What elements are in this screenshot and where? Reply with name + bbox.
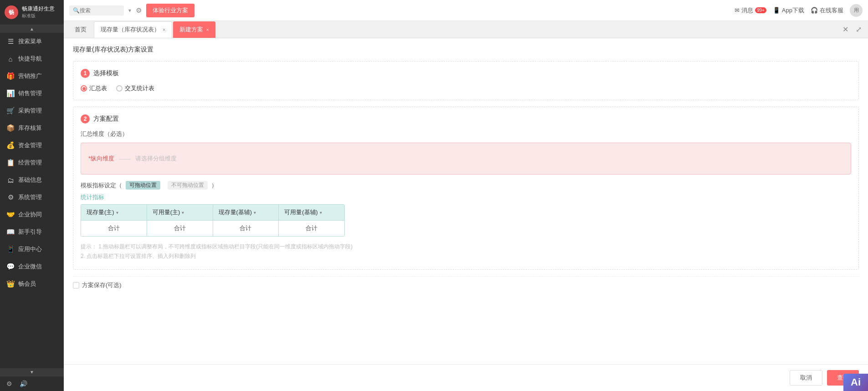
cancel-button[interactable]: 取消 xyxy=(790,370,822,386)
sidebar-label-enterprise: 企业协同 xyxy=(18,211,42,219)
user-avatar[interactable]: 用 xyxy=(850,4,863,17)
template-option-summary[interactable]: 汇总表 xyxy=(81,84,107,93)
sidebar-item-wechat[interactable]: 💬企业微信 xyxy=(0,258,64,275)
stat-col-3[interactable]: 可用量(基辅)▾ xyxy=(279,205,344,220)
sidebar-item-purchase[interactable]: 🛒采购管理 xyxy=(0,102,64,119)
sidebar-icon-wechat: 💬 xyxy=(6,262,15,271)
save-checkbox[interactable] xyxy=(73,282,79,288)
dimension-area[interactable]: *纵向维度 —— 请选择分组维度 xyxy=(81,143,851,175)
save-area: 方案保存(可选) xyxy=(73,276,859,294)
radio-label-summary: 汇总表 xyxy=(89,84,107,93)
sidebar-item-finance[interactable]: 💰资金管理 xyxy=(0,137,64,154)
radio-label-cross: 交叉统计表 xyxy=(125,84,154,93)
sidebar-item-inventory[interactable]: 📦库存核算 xyxy=(0,119,64,137)
sidebar: 畅 畅康通好生意 标准版 ▲ ☰搜索菜单⌂快捷导航🎁营销推广📊销售管理🛒采购管理… xyxy=(0,0,64,391)
sidebar-icon-newbie: 📖 xyxy=(6,228,15,236)
template-option-cross[interactable]: 交叉统计表 xyxy=(116,84,154,93)
sidebar-header: 畅 畅康通好生意 标准版 xyxy=(0,0,64,25)
tip-text: 提示： 1.拖动标题栏可以调整布局，不可跨维度或指标区域拖动栏目字段(只能在同一… xyxy=(81,243,851,251)
indicator-settings-label: 模板指标设定（ xyxy=(81,181,122,190)
content-area: 现存量(库存状况表)方案设置 1 选择模板 汇总表交叉统计表 2 方案配置 汇总… xyxy=(64,38,868,364)
sidebar-label-basic-info: 基础信息 xyxy=(18,176,42,184)
search-icon: 🔍 xyxy=(73,7,80,14)
sidebar-icon-system: ⚙ xyxy=(6,193,15,201)
message-icon: ✉ xyxy=(735,7,740,14)
message-btn[interactable]: ✉ 消息 99+ xyxy=(735,6,766,15)
col-dropdown-icon-0[interactable]: ▾ xyxy=(116,210,118,215)
sidebar-scroll-down[interactable]: ▼ xyxy=(0,368,64,376)
page-title: 现存量(库存状况表)方案设置 xyxy=(73,46,859,54)
dimension-label: *纵向维度 xyxy=(88,154,114,163)
sidebar-label-operation: 经营管理 xyxy=(18,159,42,167)
sidebar-item-system[interactable]: ⚙系统管理 xyxy=(0,189,64,206)
close-window-icon[interactable]: ✕ xyxy=(841,24,850,35)
topbar-right: ✉ 消息 99+ 📱 App下载 🎧 在线客服 用 xyxy=(735,4,863,17)
col-dropdown-icon-1[interactable]: ▾ xyxy=(182,210,184,215)
sidebar-label-newbie: 新手引导 xyxy=(18,228,42,236)
sidebar-item-member[interactable]: 👑畅会员 xyxy=(0,275,64,293)
app-download-btn[interactable]: 📱 App下载 xyxy=(773,6,804,15)
tabs-bar: 首页现存量（库存状况表）×新建方案× ✕ ⤢ xyxy=(64,21,868,38)
dropdown-icon[interactable]: ▾ xyxy=(128,7,131,14)
save-label: 方案保存(可选) xyxy=(82,281,122,289)
sidebar-icon-member: 👑 xyxy=(6,280,15,288)
stat-col-0[interactable]: 现存量(主)▾ xyxy=(81,205,147,220)
search-input[interactable] xyxy=(80,7,116,14)
sidebar-item-basic-info[interactable]: 🗂基础信息 xyxy=(0,171,64,189)
stat-col-2[interactable]: 现存量(基辅)▾ xyxy=(213,205,279,220)
action-bar: 取消 查询 xyxy=(64,364,868,391)
message-label: 消息 xyxy=(741,6,753,15)
stat-cell-1: 合计 xyxy=(147,221,213,236)
search-box[interactable]: 🔍 xyxy=(69,5,124,15)
col-dropdown-icon-2[interactable]: ▾ xyxy=(254,210,256,215)
expand-icon[interactable]: ⤢ xyxy=(854,24,863,35)
sidebar-label-marketing: 营销推广 xyxy=(18,72,42,80)
stat-col-label-3: 可用量(基辅) xyxy=(284,208,318,216)
tab-close-inventory-status[interactable]: × xyxy=(163,27,165,32)
sidebar-item-app-center[interactable]: 📱应用中心 xyxy=(0,241,64,258)
sidebar-icon-inventory: 📦 xyxy=(6,124,15,132)
phone-icon: 📱 xyxy=(773,7,780,14)
sidebar-item-enterprise[interactable]: 🤝企业协同 xyxy=(0,206,64,223)
tab-label-home: 首页 xyxy=(75,26,87,34)
tips: 提示： 1.拖动标题栏可以调整布局，不可跨维度或指标区域拖动栏目字段(只能在同一… xyxy=(81,243,851,260)
sidebar-item-marketing[interactable]: 🎁营销推广 xyxy=(0,67,64,85)
sidebar-icon-operation: 📋 xyxy=(6,159,15,167)
app-version: 标准版 xyxy=(22,13,55,19)
sidebar-nav: ☰搜索菜单⌂快捷导航🎁营销推广📊销售管理🛒采购管理📦库存核算💰资金管理📋经营管理… xyxy=(0,33,64,368)
settings-icon[interactable]: ⚙ xyxy=(6,380,12,387)
sidebar-item-sales[interactable]: 📊销售管理 xyxy=(0,85,64,102)
tip-text: 2. 点击标题栏下拉可设置排序、插入列和删除列 xyxy=(81,252,851,260)
main-area: 🔍 ▾ ⚙ 体验行业方案 ✉ 消息 99+ 📱 App下载 🎧 在线客服 用 首 xyxy=(64,0,868,391)
stat-table-row: 合计合计合计合计 xyxy=(81,220,344,236)
col-dropdown-icon-3[interactable]: ▾ xyxy=(320,210,322,215)
sidebar-item-newbie[interactable]: 📖新手引导 xyxy=(0,223,64,241)
stat-col-label-1: 可用量(主) xyxy=(153,208,180,216)
sidebar-item-operation[interactable]: 📋经营管理 xyxy=(0,154,64,171)
gear-icon[interactable]: ⚙ xyxy=(136,6,142,15)
tab-inventory-status[interactable]: 现存量（库存状况表）× xyxy=(94,21,172,38)
app-download-label: App下载 xyxy=(782,6,804,15)
sound-icon[interactable]: 🔊 xyxy=(20,380,27,387)
online-service-btn[interactable]: 🎧 在线客服 xyxy=(811,6,843,15)
app-logo: 畅 xyxy=(5,5,18,19)
tab-close-new-plan[interactable]: × xyxy=(206,27,209,32)
tab-home[interactable]: 首页 xyxy=(68,21,93,38)
stat-section-label: 统计指标 xyxy=(81,193,851,201)
sidebar-label-finance: 资金管理 xyxy=(18,141,42,149)
sidebar-label-inventory: 库存核算 xyxy=(18,124,42,132)
sidebar-item-quick-nav[interactable]: ⌂快捷导航 xyxy=(0,50,64,67)
step2-title: 方案配置 xyxy=(93,115,119,123)
tab-new-plan[interactable]: 新建方案× xyxy=(173,21,215,38)
sidebar-icon-basic-info: 🗂 xyxy=(6,176,15,184)
trial-button[interactable]: 体验行业方案 xyxy=(146,4,194,17)
step2-badge: 2 xyxy=(81,114,90,123)
app-info: 畅康通好生意 标准版 xyxy=(22,5,55,19)
sidebar-scroll-up[interactable]: ▲ xyxy=(0,25,64,33)
stat-col-1[interactable]: 可用量(主)▾ xyxy=(147,205,213,220)
ai-badge: Ai xyxy=(843,374,868,391)
tabs-container: 首页现存量（库存状况表）×新建方案× xyxy=(68,21,215,38)
sidebar-item-search-menu[interactable]: ☰搜索菜单 xyxy=(0,33,64,50)
tab-label-inventory-status: 现存量（库存状况表） xyxy=(101,26,160,34)
headset-icon: 🎧 xyxy=(811,7,818,14)
